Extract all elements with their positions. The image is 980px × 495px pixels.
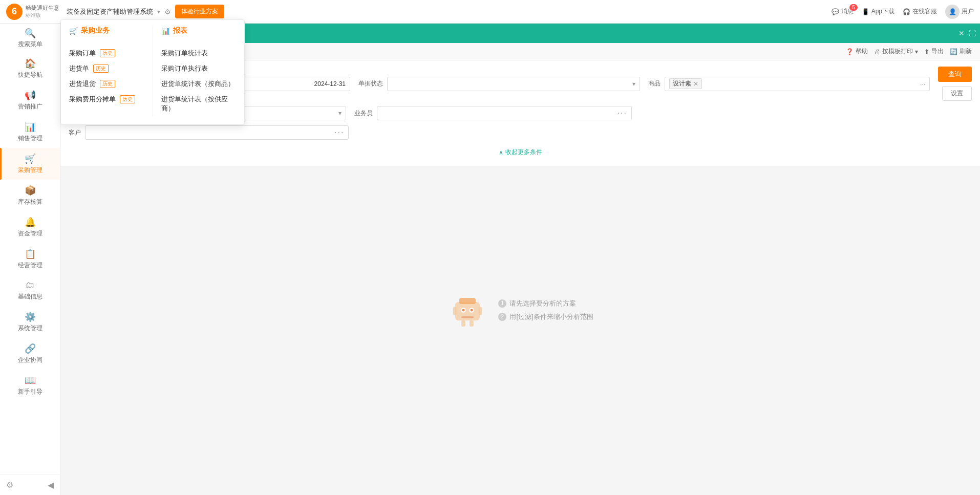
export-icon: ⬆ bbox=[924, 48, 929, 55]
sidebar-label-enterprise: 企业协同 bbox=[18, 356, 42, 364]
status-label: 单据状态 bbox=[358, 79, 383, 88]
refresh-label: 刷新 bbox=[960, 47, 972, 56]
message-icon: 💬 bbox=[832, 8, 839, 15]
report-icon: 📊 bbox=[161, 27, 170, 35]
status-dropdown-icon[interactable]: ▾ bbox=[632, 80, 635, 88]
sidebar-item-system[interactable]: ⚙️ 系统管理 bbox=[0, 306, 60, 338]
message-btn[interactable]: 💬 消息 5 bbox=[832, 7, 854, 16]
marketing-icon: 📢 bbox=[25, 90, 36, 101]
headset-icon: 🎧 bbox=[903, 8, 910, 15]
purchase-expense-label: 采购费用分摊单 bbox=[69, 95, 116, 104]
rank-dropdown-icon[interactable]: ▾ bbox=[338, 110, 342, 117]
salesman-more-dots[interactable]: ··· bbox=[617, 109, 627, 118]
hist-badge-goods-receipt[interactable]: 历史 bbox=[93, 64, 109, 73]
sidebar-item-finance[interactable]: 🔔 资金管理 bbox=[0, 211, 60, 243]
collapse-btn[interactable]: ∧ 收起更多条件 bbox=[69, 145, 972, 160]
hist-badge-goods-return[interactable]: 历史 bbox=[100, 80, 115, 88]
sidebar-label-finance: 资金管理 bbox=[18, 229, 42, 238]
hist-badge-purchase-expense[interactable]: 历史 bbox=[120, 95, 135, 103]
goods-tag-close[interactable]: ✕ bbox=[693, 80, 698, 88]
user-area[interactable]: 👤 用户 bbox=[945, 5, 974, 19]
sidebar-collapse-icon[interactable]: ◀ bbox=[48, 480, 54, 490]
customer-input[interactable]: ··· bbox=[85, 125, 349, 140]
dropdown-cols: 🛒 采购业务 采购订单 历史 进货单 历史 进货退货 历史 采购费用分摊单 历史 bbox=[61, 26, 244, 116]
svg-rect-10 bbox=[470, 320, 474, 327]
settings-icon[interactable]: ⚙ bbox=[164, 8, 171, 16]
sidebar-label-basic-info: 基础信息 bbox=[18, 292, 42, 301]
collapse-label: 收起更多条件 bbox=[505, 148, 542, 157]
sidebar: 🔍 搜索菜单 🏠 快捷导航 📢 营销推广 📊 销售管理 🛒 采购管理 📦 库存核… bbox=[0, 24, 60, 495]
export-label: 导出 bbox=[931, 47, 944, 56]
report-title: 报表 bbox=[173, 26, 187, 35]
sidebar-label-search: 搜索菜单 bbox=[18, 40, 42, 49]
sidebar-label-marketing: 营销推广 bbox=[18, 102, 42, 111]
step-num-1: 1 bbox=[498, 299, 506, 308]
status-input[interactable]: ▾ bbox=[387, 77, 640, 91]
dropdown-item-purchase-order-exec[interactable]: 采购订单执行表 bbox=[161, 61, 237, 76]
set-btn[interactable]: 设置 bbox=[942, 86, 972, 101]
online-service-btn[interactable]: 🎧 在线客服 bbox=[903, 7, 937, 16]
salesman-input[interactable]: ··· bbox=[377, 106, 632, 120]
svg-rect-9 bbox=[461, 320, 465, 327]
sidebar-label-system: 系统管理 bbox=[18, 324, 42, 333]
sidebar-item-operation[interactable]: 📋 经营管理 bbox=[0, 243, 60, 275]
customer-more-dots[interactable]: ··· bbox=[334, 128, 344, 137]
sidebar-item-basic-info[interactable]: 🗂 基础信息 bbox=[0, 275, 60, 306]
dropdown-item-purchase-expense[interactable]: 采购费用分摊单 历史 bbox=[69, 92, 144, 107]
sidebar-item-inventory[interactable]: 📦 库存核算 bbox=[0, 180, 60, 211]
goods-label: 商品 bbox=[648, 79, 661, 88]
filter-row-3: 客户 ··· bbox=[69, 125, 972, 140]
help-btn[interactable]: ❓ 帮助 bbox=[846, 47, 868, 56]
industry-btn[interactable]: 体验行业方案 bbox=[175, 5, 224, 18]
goods-input[interactable]: 设计素 ✕ ··· bbox=[665, 77, 930, 91]
search-icon: 🔍 bbox=[25, 28, 36, 39]
sidebar-item-purchase[interactable]: 🛒 采购管理 bbox=[0, 148, 60, 180]
filter-status: 单据状态 ▾ bbox=[358, 77, 640, 91]
salesman-label: 业务员 bbox=[354, 109, 373, 118]
refresh-icon: 🔄 bbox=[950, 48, 957, 55]
empty-step-2: 2 用[过滤]条件来缩小分析范围 bbox=[498, 310, 593, 324]
hist-badge-purchase-order[interactable]: 历史 bbox=[100, 49, 115, 57]
print-dropdown-icon[interactable]: ▾ bbox=[915, 48, 918, 55]
sidebar-item-guide[interactable]: 📖 新手引导 bbox=[0, 370, 60, 401]
refresh-btn[interactable]: 🔄 刷新 bbox=[950, 47, 972, 56]
dropdown-item-goods-return[interactable]: 进货退货 历史 bbox=[69, 76, 144, 92]
basic-info-icon: 🗂 bbox=[26, 280, 35, 291]
report-col-header: 📊 报表 bbox=[161, 26, 237, 39]
query-btn[interactable]: 查询 bbox=[938, 67, 972, 82]
filter-customer: 客户 ··· bbox=[69, 125, 349, 140]
dropdown-item-purchase-order-stats[interactable]: 采购订单统计表 bbox=[161, 46, 237, 61]
phone-icon: 📱 bbox=[862, 8, 869, 15]
sidebar-item-quick-nav[interactable]: 🏠 快捷导航 bbox=[0, 53, 60, 84]
purchase-business-col: 🛒 采购业务 采购订单 历史 进货单 历史 进货退货 历史 采购费用分摊单 历史 bbox=[61, 26, 153, 116]
tab-close-window-icon[interactable]: ✕ bbox=[958, 29, 965, 37]
system-title: 装备及固定资产辅助管理系统 bbox=[67, 7, 153, 16]
system-title-area: 装备及固定资产辅助管理系统 ▾ ⚙ 体验行业方案 bbox=[67, 5, 832, 18]
tab-maximize-icon[interactable]: ⛶ bbox=[969, 29, 976, 37]
print-btn[interactable]: 🖨 按模板打印 ▾ bbox=[874, 47, 918, 56]
purchase-business-icon: 🛒 bbox=[69, 27, 78, 35]
logo-subtitle: 标准版 bbox=[26, 12, 59, 19]
sidebar-label-inventory: 库存核算 bbox=[18, 198, 42, 206]
dropdown-item-purchase-order[interactable]: 采购订单 历史 bbox=[69, 46, 144, 61]
export-btn[interactable]: ⬆ 导出 bbox=[924, 47, 944, 56]
sidebar-item-sales[interactable]: 📊 销售管理 bbox=[0, 116, 60, 148]
sidebar-item-search[interactable]: 🔍 搜索菜单 bbox=[0, 24, 60, 53]
sidebar-label-sales: 销售管理 bbox=[18, 134, 42, 143]
empty-state: 1 请先选择要分析的方案 2 用[过滤]条件来缩小分析范围 bbox=[60, 166, 980, 495]
dropdown-item-goods-stats-by-goods[interactable]: 进货单统计表（按商品） bbox=[161, 76, 237, 92]
sidebar-label-guide: 新手引导 bbox=[18, 388, 42, 396]
step-num-2: 2 bbox=[498, 313, 506, 321]
sales-icon: 📊 bbox=[25, 121, 36, 133]
filter-goods: 商品 设计素 ✕ ··· bbox=[648, 77, 930, 91]
sidebar-label-purchase: 采购管理 bbox=[18, 166, 42, 175]
sidebar-settings-icon[interactable]: ⚙ bbox=[6, 480, 13, 490]
app-download-btn[interactable]: 📱 App下载 bbox=[862, 7, 894, 16]
sidebar-item-enterprise[interactable]: 🔗 企业协同 bbox=[0, 338, 60, 370]
goods-more-dots[interactable]: ··· bbox=[920, 80, 925, 88]
dropdown-item-goods-receipt[interactable]: 进货单 历史 bbox=[69, 61, 144, 76]
sidebar-item-marketing[interactable]: 📢 营销推广 bbox=[0, 84, 60, 116]
svg-rect-6 bbox=[461, 316, 474, 318]
dropdown-item-goods-stats-by-supplier[interactable]: 进货单统计表（按供应商） bbox=[161, 92, 237, 116]
title-dropdown-arrow[interactable]: ▾ bbox=[157, 8, 160, 15]
